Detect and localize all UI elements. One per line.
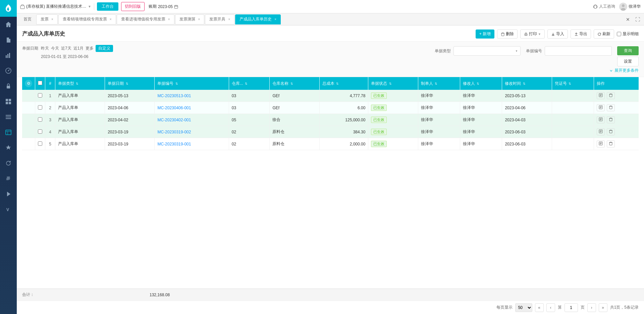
type-select[interactable] bbox=[453, 46, 521, 56]
sidebar-item-chart[interactable] bbox=[0, 48, 17, 63]
row-number-link-4[interactable]: MC-20230319-001 bbox=[157, 142, 191, 146]
show-detail-input[interactable] bbox=[617, 32, 621, 36]
page-input[interactable] bbox=[565, 303, 578, 312]
row-edit-button-3[interactable] bbox=[597, 128, 605, 135]
page-size-select[interactable]: 50 100 200 bbox=[515, 303, 532, 312]
filter-settings-button[interactable]: 设置 bbox=[617, 57, 639, 66]
row-select-3[interactable] bbox=[38, 129, 42, 134]
custom-date-button[interactable]: 自定义 bbox=[96, 45, 113, 52]
sort-icon-cost[interactable]: ⇅ bbox=[336, 82, 339, 85]
tab-vat-sales-close[interactable]: × bbox=[110, 17, 112, 21]
tab-invoice-calc-close[interactable]: × bbox=[198, 17, 200, 21]
row-number-link-2[interactable]: MC-20230402-001 bbox=[157, 118, 191, 122]
svg-rect-31 bbox=[525, 35, 527, 35]
sort-icon-type[interactable]: ⇅ bbox=[76, 82, 78, 85]
refresh-button[interactable]: 刷新 bbox=[594, 29, 614, 39]
tab-invoice-calc[interactable]: 发票测算 × bbox=[175, 14, 205, 24]
sidebar-item-version[interactable]: V bbox=[0, 202, 17, 217]
workbench-button[interactable]: 工作台 bbox=[97, 2, 118, 11]
next-page-button[interactable]: › bbox=[587, 303, 596, 312]
sort-icon-number[interactable]: ⇅ bbox=[175, 82, 178, 85]
tab-invoice-open-close[interactable]: × bbox=[228, 17, 230, 21]
column-settings-button[interactable]: ⚙ bbox=[25, 80, 32, 87]
sort-icon-wname[interactable]: ⇅ bbox=[290, 82, 293, 85]
svg-rect-6 bbox=[6, 99, 8, 101]
row-select-1[interactable] bbox=[38, 105, 42, 110]
tab-invoices[interactable]: 发票 × bbox=[36, 14, 58, 24]
edit-icon-0 bbox=[599, 93, 603, 97]
sidebar-item-grid[interactable] bbox=[0, 94, 17, 109]
number-input[interactable] bbox=[545, 46, 612, 56]
maximize-button[interactable]: ⛶ bbox=[634, 16, 641, 23]
sort-icon-creator[interactable]: ⇅ bbox=[435, 82, 437, 85]
sort-icon-mtime[interactable]: ⇅ bbox=[523, 82, 526, 85]
new-button[interactable]: + 新增 bbox=[476, 29, 494, 39]
sort-icon-status[interactable]: ⇅ bbox=[389, 82, 392, 85]
home-icon bbox=[5, 21, 12, 28]
export-button[interactable]: 导出 bbox=[571, 29, 591, 39]
search-button[interactable]: 查询 bbox=[617, 46, 639, 55]
row-edit-button-0[interactable] bbox=[597, 92, 605, 99]
calendar-icon[interactable] bbox=[174, 5, 178, 9]
row-delete-button-2[interactable] bbox=[607, 116, 615, 123]
first-page-button[interactable]: « bbox=[535, 303, 544, 312]
sidebar-item-settings[interactable] bbox=[0, 171, 17, 186]
number-filter: 单据编号 bbox=[526, 46, 612, 56]
row-select-4[interactable] bbox=[38, 141, 42, 146]
row-select-0[interactable] bbox=[38, 93, 42, 98]
sidebar-item-home[interactable] bbox=[0, 17, 17, 32]
shortcut-today[interactable]: 今天 bbox=[51, 46, 59, 51]
history-button[interactable]: 切到旧版 bbox=[121, 2, 145, 11]
row-number-link-3[interactable]: MC-20230319-002 bbox=[157, 130, 191, 134]
row-select-2[interactable] bbox=[38, 117, 42, 122]
shortcut-more[interactable]: 更多 bbox=[86, 46, 94, 51]
show-detail-checkbox[interactable]: 显示明细 bbox=[617, 31, 639, 37]
sort-icon-modifier[interactable]: ⇅ bbox=[477, 82, 479, 85]
expand-button[interactable]: 展开更多条件 bbox=[609, 68, 639, 73]
row-delete-button-3[interactable] bbox=[607, 128, 615, 135]
shortcut-7days[interactable]: 近7天 bbox=[61, 46, 71, 51]
delete-button[interactable]: 删除 bbox=[497, 29, 518, 39]
row-delete-button-4[interactable] bbox=[607, 140, 615, 147]
support-button[interactable]: 人工咨询 bbox=[593, 4, 615, 9]
tab-product-history[interactable]: 产成品入库单历史 × bbox=[235, 14, 281, 24]
print-button[interactable]: 打印 ▼ bbox=[520, 29, 545, 39]
sort-icon-wcode[interactable]: ⇅ bbox=[245, 82, 248, 85]
import-button[interactable]: 导入 bbox=[547, 29, 568, 39]
tab-invoice-open[interactable]: 发票开具 × bbox=[205, 14, 234, 24]
row-number-link-0[interactable]: MC-20230513-001 bbox=[157, 93, 191, 98]
select-all-checkbox[interactable] bbox=[38, 81, 42, 85]
shortcut-yesterday[interactable]: 昨天 bbox=[41, 46, 49, 51]
user-info[interactable]: 徐泽华 bbox=[619, 3, 641, 11]
row-wname-1: GEf bbox=[270, 102, 319, 114]
tab-vat-purchase[interactable]: 查看进项增值税专用发票 × bbox=[117, 14, 174, 24]
tab-vat-purchase-close[interactable]: × bbox=[168, 17, 170, 21]
row-delete-button-1[interactable] bbox=[607, 104, 615, 111]
sidebar-item-lock[interactable] bbox=[0, 78, 17, 94]
row-edit-button-4[interactable] bbox=[597, 140, 605, 147]
shortcut-1month[interactable]: 近1月 bbox=[73, 46, 84, 51]
app-logo[interactable] bbox=[0, 0, 17, 17]
sidebar-item-table[interactable] bbox=[0, 125, 17, 140]
row-delete-button-0[interactable] bbox=[607, 92, 615, 99]
company-selector[interactable]: (库存核算) 直播轻推通信息技术股份... ▼ bbox=[20, 4, 91, 9]
sort-icon-date[interactable]: ⇅ bbox=[126, 82, 128, 85]
row-edit-button-2[interactable] bbox=[597, 116, 605, 123]
sidebar-item-doc[interactable] bbox=[0, 32, 17, 48]
sidebar-item-star[interactable] bbox=[0, 140, 17, 155]
last-page-button[interactable]: » bbox=[599, 303, 607, 312]
row-edit-button-1[interactable] bbox=[597, 104, 605, 111]
support-label: 人工咨询 bbox=[599, 4, 615, 9]
prev-page-button[interactable]: ‹ bbox=[546, 303, 555, 312]
sidebar-item-analytics[interactable] bbox=[0, 63, 17, 78]
sidebar-item-list[interactable] bbox=[0, 109, 17, 125]
sidebar-item-refresh[interactable] bbox=[0, 155, 17, 171]
sidebar-item-play[interactable] bbox=[0, 186, 17, 202]
tab-home[interactable]: 首页 bbox=[19, 14, 36, 24]
row-number-link-1[interactable]: MC-20230406-001 bbox=[157, 106, 191, 110]
close-all-button[interactable]: ✕ bbox=[625, 16, 631, 23]
tab-invoices-close[interactable]: × bbox=[51, 17, 53, 21]
tab-product-history-close[interactable]: × bbox=[274, 17, 276, 21]
sort-icon-voucher[interactable]: ⇅ bbox=[569, 82, 571, 85]
tab-vat-sales[interactable]: 查看销项增值税专用发票 × bbox=[58, 14, 116, 24]
